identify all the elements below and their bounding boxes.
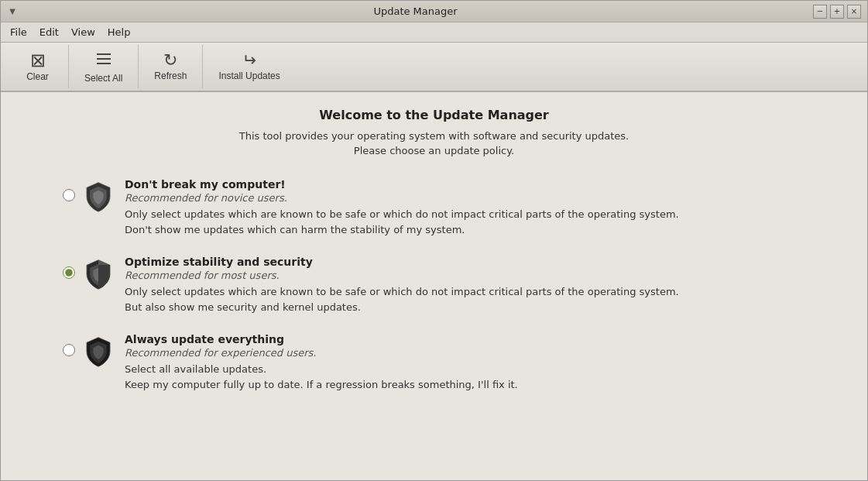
policy-most: Optimize stability and security Recommen… bbox=[32, 256, 836, 314]
menu-edit[interactable]: Edit bbox=[33, 24, 65, 40]
policy-expert-icon bbox=[83, 336, 114, 369]
svg-rect-0 bbox=[97, 53, 111, 55]
close-button[interactable]: × bbox=[847, 5, 861, 19]
titlebar: ▼ Update Manager − + × bbox=[1, 1, 867, 22]
policy-novice-text: Don't break my computer! Recommended for… bbox=[125, 178, 805, 237]
policy-most-text: Optimize stability and security Recommen… bbox=[125, 256, 805, 314]
menubar: File Edit View Help bbox=[1, 22, 867, 43]
policy-novice-name: Don't break my computer! bbox=[125, 178, 805, 191]
select-all-button[interactable]: Select All bbox=[69, 45, 139, 88]
select-all-icon bbox=[94, 50, 113, 71]
policy-expert-text: Always update everything Recommended for… bbox=[125, 333, 805, 392]
policy-novice-radio[interactable] bbox=[63, 189, 75, 201]
clear-label: Clear bbox=[26, 71, 49, 82]
refresh-button[interactable]: ↻ Refresh bbox=[139, 45, 203, 88]
menu-file[interactable]: File bbox=[4, 24, 33, 40]
policy-expert-radio[interactable] bbox=[63, 344, 75, 356]
policy-novice-radio-container[interactable] bbox=[63, 189, 75, 204]
policy-expert-rec: Recommended for experienced users. bbox=[125, 347, 805, 359]
refresh-icon: ↻ bbox=[163, 52, 177, 69]
select-all-label: Select All bbox=[84, 73, 122, 84]
policy-novice-icon bbox=[83, 181, 114, 215]
policy-expert-name: Always update everything bbox=[125, 333, 805, 345]
clear-button[interactable]: ⊠ Clear bbox=[7, 45, 69, 88]
policy-most-icon bbox=[83, 259, 114, 292]
minimize-button[interactable]: − bbox=[813, 5, 827, 19]
menu-help[interactable]: Help bbox=[101, 24, 137, 40]
menu-view[interactable]: View bbox=[65, 24, 101, 40]
policy-novice-rec: Recommended for novice users. bbox=[125, 192, 805, 204]
welcome-title: Welcome to the Update Manager bbox=[32, 108, 836, 122]
policy-most-desc: Only select updates which are known to b… bbox=[125, 284, 805, 314]
svg-rect-2 bbox=[97, 63, 111, 64]
policy-novice: Don't break my computer! Recommended for… bbox=[32, 178, 836, 237]
policy-most-name: Optimize stability and security bbox=[125, 256, 805, 268]
titlebar-title: Update Manager bbox=[373, 5, 457, 17]
welcome-line1: This tool provides your operating system… bbox=[32, 130, 836, 142]
toolbar: ⊠ Clear Select All ↻ Refresh ↵ Install U… bbox=[1, 43, 867, 92]
titlebar-arrow: ▼ bbox=[7, 6, 18, 17]
update-manager-window: ▼ Update Manager − + × File Edit View He… bbox=[0, 0, 868, 481]
policy-most-radio[interactable] bbox=[63, 266, 75, 279]
policy-expert: Always update everything Recommended for… bbox=[32, 333, 836, 392]
policy-novice-desc: Only select updates which are known to b… bbox=[125, 207, 805, 237]
install-updates-button[interactable]: ↵ Install Updates bbox=[203, 45, 295, 88]
policy-most-rec: Recommended for most users. bbox=[125, 270, 805, 281]
svg-rect-1 bbox=[97, 58, 111, 60]
install-updates-label: Install Updates bbox=[218, 70, 280, 81]
refresh-label: Refresh bbox=[154, 70, 187, 81]
welcome-section: Welcome to the Update Manager This tool … bbox=[32, 108, 836, 156]
policy-most-radio-container[interactable] bbox=[63, 266, 75, 281]
clear-icon: ⊠ bbox=[30, 51, 46, 70]
policy-expert-radio-container[interactable] bbox=[63, 344, 75, 359]
maximize-button[interactable]: + bbox=[830, 5, 844, 19]
welcome-line2: Please choose an update policy. bbox=[32, 145, 836, 156]
content-area: Welcome to the Update Manager This tool … bbox=[1, 92, 867, 480]
titlebar-controls: − + × bbox=[813, 5, 861, 19]
install-updates-icon: ↵ bbox=[242, 52, 256, 69]
policy-expert-desc: Select all available updates.Keep my com… bbox=[125, 362, 805, 392]
